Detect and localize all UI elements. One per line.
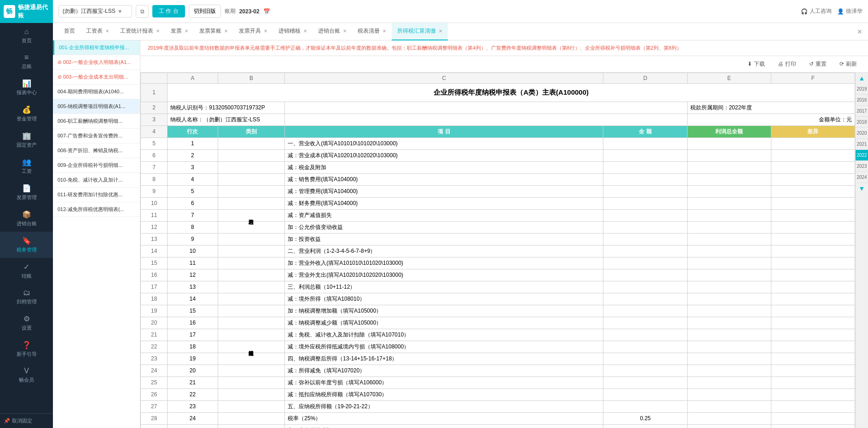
diff-cell-8[interactable] — [771, 221, 855, 233]
profit-cell-10[interactable] — [687, 245, 771, 257]
amount-cell-20[interactable] — [603, 365, 687, 377]
diff-cell-23[interactable] — [771, 400, 855, 412]
profit-cell-15[interactable] — [687, 305, 771, 317]
diff-cell-1[interactable] — [771, 137, 855, 149]
amount-cell-19[interactable] — [603, 353, 687, 365]
sidebar-item-guide[interactable]: ❓新手引导 — [0, 336, 53, 362]
calendar-icon[interactable]: 📅 — [263, 8, 270, 15]
timeline-year-2019[interactable]: 2019 — [856, 84, 868, 95]
left-panel-item-007[interactable]: 007-广告费和业务宣传费跨... — [53, 129, 140, 143]
timeline-year-2017[interactable]: 2017 — [856, 106, 868, 117]
sidebar-item-invoice[interactable]: 📄发票管理 — [0, 179, 53, 205]
diff-cell-16[interactable] — [771, 317, 855, 329]
amount-cell-6[interactable] — [603, 197, 687, 209]
profit-cell-16[interactable] — [687, 317, 771, 329]
profit-cell-4[interactable] — [687, 173, 771, 185]
diff-cell-10[interactable] — [771, 245, 855, 257]
profit-cell-20[interactable] — [687, 365, 771, 377]
profit-cell-2[interactable] — [687, 149, 771, 161]
sidebar-item-ledger[interactable]: ≡总账 — [0, 49, 53, 74]
amount-cell-8[interactable] — [603, 221, 687, 233]
diff-cell-18[interactable] — [771, 341, 855, 353]
diff-cell-19[interactable] — [771, 353, 855, 365]
profit-cell-11[interactable] — [687, 257, 771, 269]
sidebar-item-close[interactable]: ✓结账 — [0, 258, 53, 284]
tab-close-invoice_calc[interactable]: ✕ — [224, 29, 228, 34]
amount-cell-2[interactable] — [603, 149, 687, 161]
profit-cell-21[interactable] — [687, 377, 771, 388]
diff-cell-15[interactable] — [771, 305, 855, 317]
sidebar-item-purchase[interactable]: 📦进销台账 — [0, 205, 53, 232]
diff-cell-2[interactable] — [771, 149, 855, 161]
download-button[interactable]: ⬇ 下载 — [744, 59, 769, 69]
tab-income_tax[interactable]: 所得税汇算清缴✕ — [392, 23, 448, 40]
ai-service[interactable]: 🎧 人工咨询 — [801, 7, 832, 15]
tab-home[interactable]: 首页 — [58, 23, 81, 40]
diff-cell-11[interactable] — [771, 257, 855, 269]
left-panel-item-009[interactable]: 009-企业所得税补亏损明细... — [53, 158, 140, 173]
profit-cell-9[interactable] — [687, 233, 771, 245]
profit-cell-25[interactable] — [687, 424, 771, 428]
tab-invoice_open[interactable]: 发票开具✕ — [233, 23, 273, 40]
amount-cell-18[interactable] — [603, 341, 687, 353]
timeline-down-arrow[interactable]: ▼ — [857, 183, 867, 194]
left-panel-item-008[interactable]: 008-资产折旧、摊销及纳税... — [53, 143, 140, 158]
sidebar-item-payroll[interactable]: 👥工资 — [0, 153, 53, 179]
amount-cell-14[interactable] — [603, 293, 687, 305]
company-selector[interactable]: (勿删）江西服宝-LSS ▼ — [58, 5, 132, 17]
profit-cell-8[interactable] — [687, 221, 771, 233]
tab-invoice_calc[interactable]: 发票算账✕ — [194, 23, 233, 40]
diff-cell-12[interactable] — [771, 269, 855, 281]
amount-cell-1[interactable] — [603, 137, 687, 149]
tab-close-invoice_open[interactable]: ✕ — [264, 29, 267, 34]
diff-cell-17[interactable] — [771, 329, 855, 341]
sidebar-item-assets[interactable]: 🏢固定资产 — [0, 127, 53, 153]
amount-cell-24[interactable]: 0.25 — [603, 412, 687, 424]
tab-invoice_v[interactable]: 发票✕ — [165, 23, 194, 40]
timeline-year-2022[interactable]: 2022 — [856, 150, 868, 161]
amount-cell-11[interactable] — [603, 257, 687, 269]
sidebar-item-archive[interactable]: 🗂归档管理 — [0, 284, 53, 310]
timeline-year-2023[interactable]: 2023 — [856, 161, 868, 172]
tab-close-purchase_verify[interactable]: ✕ — [303, 29, 307, 34]
sidebar-item-member[interactable]: V畅会员 — [0, 362, 53, 388]
profit-cell-7[interactable] — [687, 209, 771, 221]
amount-cell-7[interactable] — [603, 209, 687, 221]
profit-cell-1[interactable] — [687, 137, 771, 149]
tab-payroll[interactable]: 工资表✕ — [81, 23, 115, 40]
left-panel-item-005[interactable]: 005-纳税调整项目明细表(A1... — [53, 99, 140, 114]
diff-cell-6[interactable] — [771, 197, 855, 209]
diff-cell-7[interactable] — [771, 209, 855, 221]
left-panel-item-003[interactable]: 003-一般企业成本支出明细... — [53, 70, 140, 85]
tab-tax_schedule[interactable]: 税表清册✕ — [352, 23, 392, 40]
amount-cell-10[interactable] — [603, 245, 687, 257]
profit-cell-24[interactable] — [687, 412, 771, 424]
diff-cell-4[interactable] — [771, 173, 855, 185]
timeline-year-2018[interactable]: 2018 — [856, 117, 868, 128]
amount-cell-3[interactable] — [603, 161, 687, 173]
timeline-year-2020[interactable]: 2020 — [856, 128, 868, 139]
diff-cell-14[interactable] — [771, 293, 855, 305]
sidebar-item-settings[interactable]: ⚙设置 — [0, 310, 53, 336]
unpin-button[interactable]: 📌 取消固定 — [0, 413, 53, 428]
copy-icon-btn[interactable]: ⧉ — [136, 5, 149, 18]
left-panel-item-011[interactable]: 011-研发费用加计扣除优惠... — [53, 188, 140, 202]
diff-cell-24[interactable] — [771, 412, 855, 424]
left-panel-item-012[interactable]: 012-减免所得税优惠明细表(... — [53, 202, 140, 217]
amount-cell-13[interactable] — [603, 281, 687, 293]
profit-cell-6[interactable] — [687, 197, 771, 209]
tab-close-invoice_v[interactable]: ✕ — [185, 29, 188, 34]
diff-cell-25[interactable] — [771, 424, 855, 428]
diff-cell-3[interactable] — [771, 161, 855, 173]
amount-cell-17[interactable] — [603, 329, 687, 341]
left-panel-item-004[interactable]: 004-期间费用明细表(A1040... — [53, 85, 140, 99]
profit-cell-12[interactable] — [687, 269, 771, 281]
amount-cell-15[interactable] — [603, 305, 687, 317]
diff-cell-22[interactable] — [771, 388, 855, 400]
tab-purchase_ledger[interactable]: 进销台账✕ — [312, 23, 352, 40]
sidebar-item-tax[interactable]: 🔖税务管理 — [0, 232, 53, 258]
profit-cell-23[interactable] — [687, 400, 771, 412]
amount-cell-21[interactable] — [603, 377, 687, 388]
diff-cell-5[interactable] — [771, 185, 855, 197]
tab-close-tax_schedule[interactable]: ✕ — [382, 29, 386, 34]
